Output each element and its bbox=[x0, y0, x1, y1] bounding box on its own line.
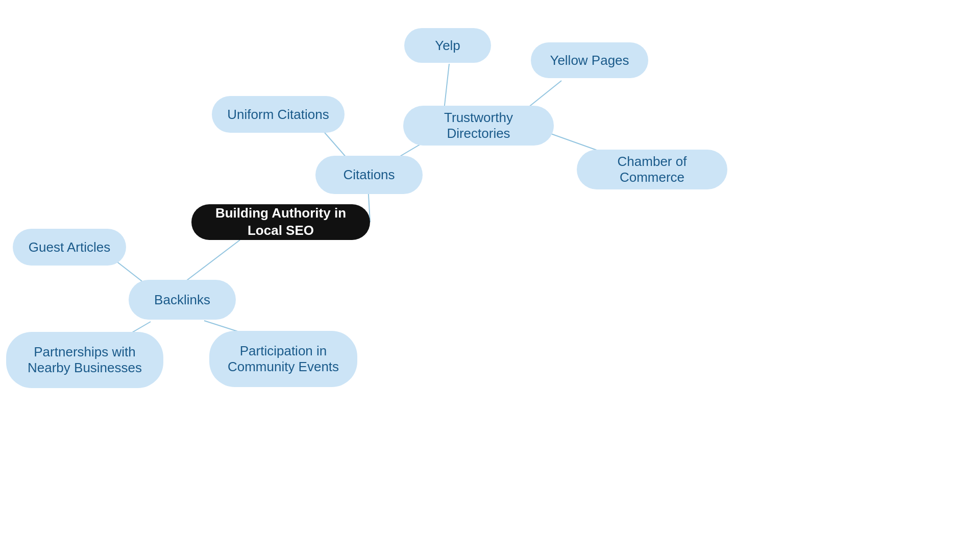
citations-node: Citations bbox=[315, 156, 423, 194]
backlinks-label: Backlinks bbox=[140, 284, 225, 316]
uniform-citations-node: Uniform Citations bbox=[212, 96, 345, 133]
citations-node-label: Citations bbox=[329, 159, 409, 191]
central-node: Building Authority in Local SEO bbox=[191, 204, 370, 240]
yelp-label: Yelp bbox=[421, 30, 475, 62]
chamber-of-commerce-node: Chamber of Commerce bbox=[577, 150, 727, 189]
yellow-pages-node: Yellow Pages bbox=[531, 42, 648, 78]
yelp-node: Yelp bbox=[404, 28, 491, 63]
yellow-pages-label: Yellow Pages bbox=[535, 44, 643, 77]
central-node-label: Building Authority in Local SEO bbox=[191, 196, 370, 249]
chamber-of-commerce-label: Chamber of Commerce bbox=[577, 146, 727, 194]
backlinks-node: Backlinks bbox=[129, 280, 236, 320]
partnerships-node: Partnerships with Nearby Businesses bbox=[6, 332, 163, 388]
partnerships-label: Partnerships with Nearby Businesses bbox=[6, 336, 163, 384]
guest-articles-node: Guest Articles bbox=[13, 229, 126, 266]
trustworthy-directories-label: Trustworthy Directories bbox=[403, 102, 554, 150]
community-events-node: Participation in Community Events bbox=[209, 331, 357, 387]
trustworthy-directories-node: Trustworthy Directories bbox=[403, 106, 554, 146]
community-events-label: Participation in Community Events bbox=[209, 335, 357, 383]
guest-articles-label: Guest Articles bbox=[14, 231, 125, 263]
uniform-citations-label: Uniform Citations bbox=[213, 99, 343, 131]
